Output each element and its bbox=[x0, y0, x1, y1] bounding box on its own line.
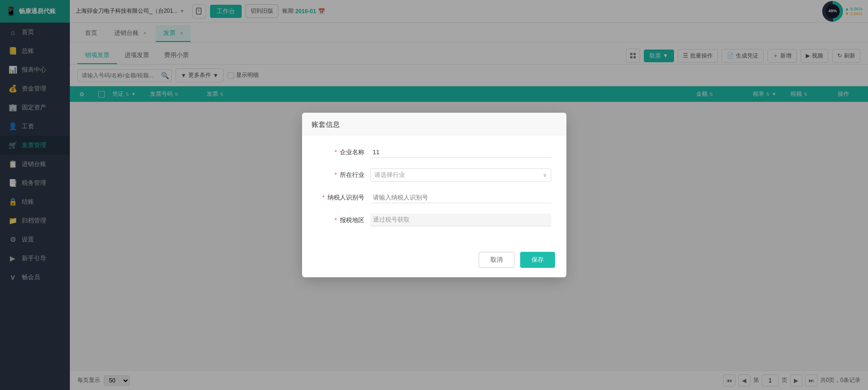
cancel-button[interactable]: 取消 bbox=[479, 252, 514, 268]
industry-dropdown-icon: ∨ bbox=[543, 172, 547, 178]
save-button[interactable]: 保存 bbox=[520, 252, 555, 268]
tax-id-row: * 纳税人识别号 bbox=[317, 192, 551, 203]
industry-placeholder: 请选择行业 bbox=[374, 171, 405, 179]
company-name-row: * 企业名称 bbox=[317, 147, 551, 158]
tax-region-label: * 报税地区 bbox=[317, 216, 364, 224]
modal-overlay[interactable]: 账套信息 * 企业名称 * 所在行业 请选择行业 ∨ bbox=[0, 0, 868, 390]
company-name-label: * 企业名称 bbox=[317, 148, 364, 157]
tax-id-label: * 纳税人识别号 bbox=[317, 193, 364, 202]
modal-header: 账套信息 bbox=[302, 113, 566, 135]
modal-footer: 取消 保存 bbox=[302, 246, 566, 277]
account-info-modal: 账套信息 * 企业名称 * 所在行业 请选择行业 ∨ bbox=[302, 113, 566, 277]
tax-region-input: 通过税号获取 bbox=[370, 214, 551, 226]
industry-row: * 所在行业 请选择行业 ∨ bbox=[317, 168, 551, 182]
modal-body: * 企业名称 * 所在行业 请选择行业 ∨ * 纳 bbox=[302, 135, 566, 246]
industry-label: * 所在行业 bbox=[317, 171, 364, 179]
tax-id-input[interactable] bbox=[370, 192, 551, 203]
company-name-input[interactable] bbox=[370, 147, 551, 158]
tax-region-row: * 报税地区 通过税号获取 bbox=[317, 214, 551, 226]
modal-title: 账套信息 bbox=[312, 120, 340, 128]
industry-select[interactable]: 请选择行业 ∨ bbox=[370, 168, 551, 182]
